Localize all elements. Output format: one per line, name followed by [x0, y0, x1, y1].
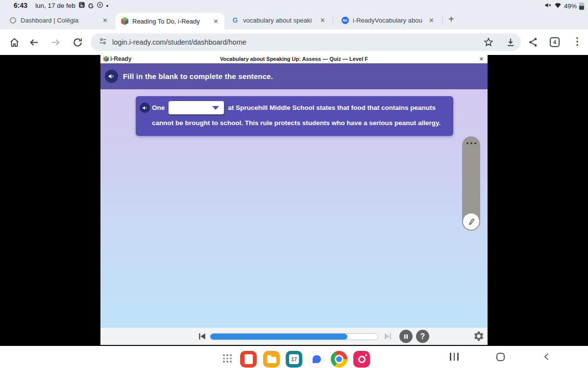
tab-separator	[442, 16, 443, 24]
speaker-icon	[108, 73, 115, 80]
spen-button[interactable]	[463, 213, 479, 230]
url-text[interactable]: login.i-ready.com/student/dashboard/home	[112, 38, 246, 46]
question-audio-button[interactable]	[140, 103, 150, 113]
files-app-icon[interactable]	[263, 351, 280, 368]
quiz-content-area: One at Sprucehill Middle School states t…	[100, 89, 488, 328]
spen-handle[interactable]	[462, 136, 480, 231]
battery-icon	[579, 2, 584, 10]
battery-percent: 49%	[564, 2, 577, 10]
tab-strip: Dashboard | Colēgia ✕ Reading To Do, i-R…	[0, 11, 588, 29]
instruction-audio-button[interactable]	[105, 70, 118, 83]
tab-reading-to-do-active[interactable]: Reading To Do, i-Ready ✕	[116, 13, 224, 29]
close-tab-icon[interactable]: ✕	[101, 17, 109, 24]
sentence-after-blank: at Sprucehill Middle School states that …	[228, 104, 436, 111]
tab-switcher-button[interactable]: 4	[550, 37, 560, 47]
colegia-favicon	[9, 16, 17, 24]
iready-quiz-window: i-Ready Vocabulary about Speaking Up: As…	[100, 55, 488, 345]
skip-forward-button[interactable]	[383, 332, 392, 343]
home-button[interactable]	[9, 37, 20, 50]
tab-vocabulary-search[interactable]: G vocabulary about speaki ✕	[226, 11, 331, 29]
question-line-1: One at Sprucehill Middle School states t…	[152, 101, 436, 114]
tab-dashboard-colegia[interactable]: Dashboard | Colēgia ✕	[4, 11, 114, 29]
clock: 6:43	[14, 1, 27, 9]
download-icon[interactable]	[505, 37, 516, 50]
quiz-header: i-Ready Vocabulary about Speaking Up: As…	[100, 55, 488, 63]
tab-iready-vocabulary[interactable]: No i-ReadyVocabulary abou ✕	[336, 11, 440, 29]
home-nav-button[interactable]	[496, 353, 505, 361]
record-notification-icon	[97, 1, 103, 10]
menu-kebab-icon[interactable]: ⋮	[572, 35, 582, 47]
instruction-text: Fill in the blank to complete the senten…	[123, 72, 273, 80]
more-notifications-dot-icon	[106, 5, 108, 7]
system-status-icons: 49%	[544, 1, 584, 10]
notification-icons: G	[78, 1, 108, 10]
camera-app-icon[interactable]	[353, 351, 370, 368]
date: lun, 17 de feb	[35, 2, 75, 9]
iready-cube-favicon	[121, 17, 128, 25]
forward-button[interactable]	[50, 37, 61, 50]
close-tab-icon[interactable]: ✕	[319, 17, 326, 24]
google-favicon: G	[231, 16, 239, 24]
settings-gear-button[interactable]	[472, 330, 485, 344]
chrome-app-icon[interactable]	[331, 351, 347, 368]
app-drawer-button[interactable]	[223, 354, 232, 363]
close-quiz-icon[interactable]: ✕	[479, 56, 484, 62]
reload-button[interactable]	[72, 37, 83, 50]
speaker-icon	[142, 105, 148, 111]
question-card: One at Sprucehill Middle School states t…	[136, 96, 453, 136]
calendar-day: 17	[289, 354, 299, 364]
screenshot-notification-icon	[78, 1, 85, 10]
instruction-banner: Fill in the blank to complete the senten…	[100, 63, 488, 89]
tab-separator	[333, 16, 333, 24]
new-tab-button[interactable]: +	[448, 14, 454, 25]
quiz-title: Vocabulary about Speaking Up: Assess — Q…	[100, 56, 488, 62]
skip-back-button[interactable]	[197, 332, 207, 343]
browser-toolbar: login.i-ready.com/student/dashboard/home…	[0, 29, 588, 55]
progress-fill	[210, 334, 347, 340]
tab-title: i-ReadyVocabulary abou	[353, 17, 424, 24]
answer-dropdown[interactable]	[169, 101, 224, 114]
notes-app-icon[interactable]	[240, 351, 257, 368]
screen: 6:43 lun, 17 de feb G 49% Dashboard | Co…	[0, 0, 588, 368]
tab-title: Reading To Do, i-Ready	[132, 18, 208, 25]
muted-speaker-icon	[544, 1, 552, 10]
pause-button[interactable]	[399, 330, 413, 343]
back-nav-button[interactable]	[542, 351, 552, 364]
tab-title: Dashboard | Colēgia	[21, 17, 98, 24]
messages-app-icon[interactable]	[308, 351, 325, 368]
status-bar: 6:43 lun, 17 de feb G 49%	[0, 0, 588, 11]
android-taskbar: 17	[0, 346, 588, 368]
google-notification-icon: G	[88, 2, 94, 10]
close-tab-icon[interactable]: ✕	[428, 17, 435, 24]
tab-title: vocabulary about speaki	[243, 17, 315, 24]
help-button[interactable]: ?	[416, 330, 429, 343]
site-settings-icon[interactable]	[98, 37, 107, 48]
address-bar[interactable]: login.i-ready.com/student/dashboard/home	[91, 33, 521, 51]
recents-nav-button[interactable]	[450, 353, 459, 361]
audio-player-bar: ?	[100, 328, 488, 345]
sentence-before-blank: One	[152, 104, 165, 111]
audio-progress-bar[interactable]	[210, 333, 378, 340]
back-button[interactable]	[28, 37, 40, 50]
bookmark-star-icon[interactable]	[483, 37, 494, 50]
handle-dots-icon	[462, 142, 480, 144]
calendar-app-icon[interactable]: 17	[286, 351, 302, 368]
page-background: i-Ready Vocabulary about Speaking Up: As…	[0, 55, 588, 346]
wifi-icon	[554, 1, 562, 10]
pen-icon	[467, 218, 475, 226]
question-line-2: cannot be brought to school. This rule p…	[152, 119, 441, 127]
close-tab-icon[interactable]: ✕	[212, 18, 220, 25]
filo-favicon: No	[341, 16, 349, 24]
share-icon[interactable]	[528, 37, 539, 50]
